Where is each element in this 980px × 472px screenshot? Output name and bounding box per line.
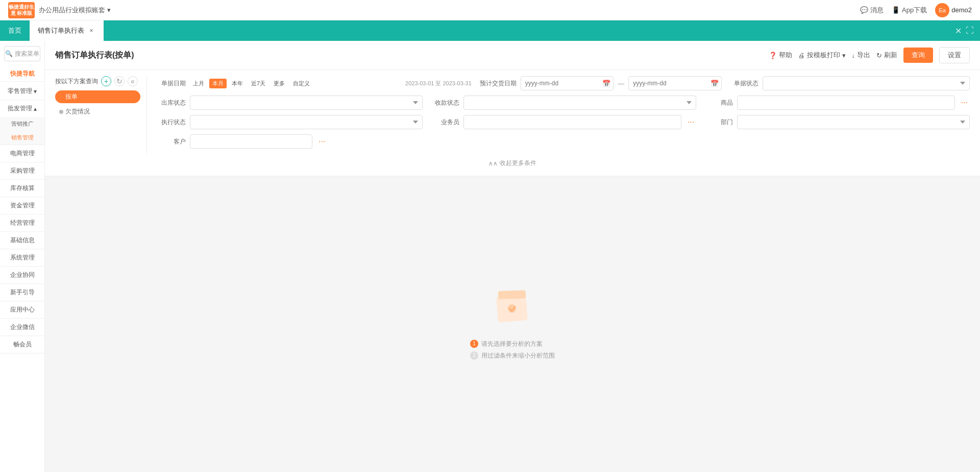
sidebar-group-app-center: 应用中心 bbox=[0, 301, 44, 319]
tab-expand-btn[interactable]: ⛶ bbox=[966, 26, 974, 35]
collapse-bar: ∧∧ 收起更多条件 bbox=[55, 154, 970, 174]
sidebar-divider bbox=[0, 81, 44, 82]
enterprise-label: 企业协同 bbox=[10, 271, 35, 279]
sidebar-group-ecommerce: 电商管理 bbox=[0, 145, 44, 162]
help-icon: ❓ bbox=[769, 52, 777, 59]
plan-item-欠货情况[interactable]: 欠货情况 bbox=[55, 105, 140, 118]
customer-picker-btn[interactable]: ··· bbox=[316, 137, 327, 146]
doc-status-select[interactable] bbox=[763, 76, 970, 90]
sidebar-item-finance[interactable]: 资金管理 bbox=[0, 197, 44, 214]
sidebar-item-retail[interactable]: 零售管理 ▾ bbox=[0, 83, 44, 100]
sidebar: 🔍 搜索菜单 快捷导航 零售管理 ▾ 批发管理 ▴ 营销推广 销售管理 bbox=[0, 41, 45, 472]
topbar-right: 💬 消息 📱 App下载 Ea demo2 bbox=[860, 3, 972, 17]
tab-sales-exec[interactable]: 销售订单执行表 × bbox=[30, 20, 104, 41]
wholesale-label: 批发管理 bbox=[8, 104, 32, 113]
collapse-btn[interactable]: ∧∧ 收起更多条件 bbox=[482, 157, 543, 170]
refresh-plan-btn[interactable]: ↻ bbox=[114, 76, 125, 86]
sidebar-item-purchase[interactable]: 采购管理 bbox=[0, 162, 44, 179]
finance-label: 资金管理 bbox=[10, 201, 35, 210]
date-tab-本年[interactable]: 本年 bbox=[229, 79, 246, 88]
sidebar-group-enterprise: 企业协同 bbox=[0, 267, 44, 284]
topbar: 畅捷通好生意 标准版 办公用品行业模拟账套 ▾ 💬 消息 📱 App下载 Ea … bbox=[0, 0, 980, 20]
delivery-status-label: 出库状态 bbox=[155, 99, 186, 107]
collapse-plan-btn[interactable]: « bbox=[128, 76, 138, 86]
user-info[interactable]: Ea demo2 bbox=[935, 3, 972, 17]
sidebar-item-marketing[interactable]: 营销推广 bbox=[0, 117, 44, 131]
date-tab-自定义[interactable]: 自定义 bbox=[290, 79, 313, 88]
tab-close-all-btn[interactable]: ✕ bbox=[955, 26, 962, 36]
dept-label: 部门 bbox=[702, 118, 733, 127]
sidebar-group-retail: 零售管理 ▾ bbox=[0, 83, 44, 100]
member-label: 畅会员 bbox=[13, 340, 32, 349]
expected-date-label: 预计交货日期 bbox=[480, 79, 517, 88]
sidebar-item-sales[interactable]: 销售管理 bbox=[0, 131, 44, 145]
search-menu-btn[interactable]: 🔍 搜索菜单 bbox=[4, 46, 40, 61]
export-icon: ↓ bbox=[852, 52, 855, 59]
date-tab-近7天[interactable]: 近7天 bbox=[248, 79, 268, 88]
date-sep: — bbox=[618, 80, 624, 87]
goods-input[interactable] bbox=[737, 96, 955, 110]
field-expected-date: 预计交货日期 📅 — 📅 bbox=[480, 76, 722, 90]
customer-input[interactable] bbox=[190, 134, 312, 149]
empty-tip-2: 2 用过滤条件来缩小分析范围 bbox=[470, 351, 555, 360]
query-btn[interactable]: 查询 bbox=[903, 48, 933, 63]
date-tab-上月[interactable]: 上月 bbox=[190, 79, 207, 88]
sidebar-item-ecommerce[interactable]: 电商管理 bbox=[0, 145, 44, 162]
filter-plan-title: 按以下方案查询 + ↻ « bbox=[55, 76, 140, 86]
sidebar-search-area: 🔍 搜索菜单 bbox=[0, 41, 44, 66]
sidebar-item-enterprise-wechat[interactable]: 企业微信 bbox=[0, 319, 44, 336]
sidebar-item-system[interactable]: 系统管理 bbox=[0, 249, 44, 266]
print-btn[interactable]: 🖨 按模板打印 ▾ bbox=[798, 51, 846, 60]
customer-label: 客户 bbox=[155, 137, 186, 146]
sidebar-item-operation[interactable]: 经营管理 bbox=[0, 215, 44, 231]
export-label: 导出 bbox=[857, 51, 870, 60]
app-center-label: 应用中心 bbox=[10, 305, 35, 314]
sidebar-item-member[interactable]: 畅会员 bbox=[0, 336, 44, 353]
goods-picker-btn[interactable]: ··· bbox=[959, 98, 970, 107]
company-selector[interactable]: 办公用品行业模拟账套 ▾ bbox=[39, 6, 111, 15]
tab-close-btn[interactable]: × bbox=[87, 27, 95, 35]
expected-date-from-input[interactable] bbox=[521, 76, 614, 90]
empty-illustration bbox=[487, 286, 538, 332]
date-tab-本月[interactable]: 本月 bbox=[209, 79, 227, 88]
sidebar-item-app-center[interactable]: 应用中心 bbox=[0, 301, 44, 318]
sidebar-item-newbie[interactable]: 新手引导 bbox=[0, 284, 44, 301]
sidebar-item-basic[interactable]: 基础信息 bbox=[0, 232, 44, 249]
sidebar-item-enterprise[interactable]: 企业协同 bbox=[0, 267, 44, 284]
username: demo2 bbox=[951, 6, 972, 14]
plan-item-按单[interactable]: 按单 bbox=[55, 90, 140, 103]
dept-select[interactable] bbox=[737, 115, 970, 129]
help-btn[interactable]: ❓ 帮助 bbox=[769, 51, 792, 60]
tabbar-actions: ✕ ⛶ bbox=[955, 26, 980, 36]
date-tab-更多[interactable]: 更多 bbox=[271, 79, 288, 88]
message-btn[interactable]: 💬 消息 bbox=[860, 6, 884, 15]
payment-status-select[interactable] bbox=[463, 96, 696, 110]
sidebar-nav-title[interactable]: 快捷导航 bbox=[0, 66, 44, 80]
content: 销售订单执行表(按单) ❓ 帮助 🖨 按模板打印 ▾ ↓ 导出 ↻ 刷新 bbox=[45, 41, 980, 472]
payment-status-label: 收款状态 bbox=[429, 99, 459, 107]
print-label: 按模板打印 bbox=[807, 51, 840, 60]
tab-sales-exec-label: 销售订单执行表 bbox=[38, 26, 84, 35]
doc-status-label: 单据状态 bbox=[728, 79, 758, 88]
empty-tips: 1 请先选择要分析的方案 2 用过滤条件来缩小分析范围 bbox=[470, 340, 555, 363]
expected-date-to-input[interactable] bbox=[628, 76, 722, 90]
sidebar-group-member: 畅会员 bbox=[0, 336, 44, 353]
results-area: 1 请先选择要分析的方案 2 用过滤条件来缩小分析范围 bbox=[45, 176, 980, 472]
salesperson-picker-btn[interactable]: ··· bbox=[685, 117, 696, 127]
refresh-btn[interactable]: ↻ 刷新 bbox=[876, 51, 897, 60]
sidebar-item-inventory[interactable]: 库存核算 bbox=[0, 180, 44, 197]
sidebar-item-wholesale[interactable]: 批发管理 ▴ bbox=[0, 100, 44, 117]
field-customer: 客户 ··· bbox=[155, 134, 970, 149]
app-download-label: App下载 bbox=[902, 6, 927, 15]
field-delivery-status: 出库状态 bbox=[155, 96, 423, 110]
salesperson-input[interactable] bbox=[463, 115, 681, 129]
export-btn[interactable]: ↓ 导出 bbox=[852, 51, 871, 60]
add-plan-btn[interactable]: + bbox=[101, 76, 111, 86]
delivery-status-select[interactable] bbox=[190, 96, 423, 110]
company-dropdown-icon: ▾ bbox=[107, 6, 111, 14]
exec-status-select[interactable] bbox=[190, 115, 423, 129]
app-download-btn[interactable]: 📱 App下载 bbox=[892, 6, 927, 15]
settings-btn[interactable]: 设置 bbox=[939, 47, 970, 63]
empty-state: 1 请先选择要分析的方案 2 用过滤条件来缩小分析范围 bbox=[470, 286, 555, 363]
tab-home[interactable]: 首页 bbox=[0, 20, 30, 41]
